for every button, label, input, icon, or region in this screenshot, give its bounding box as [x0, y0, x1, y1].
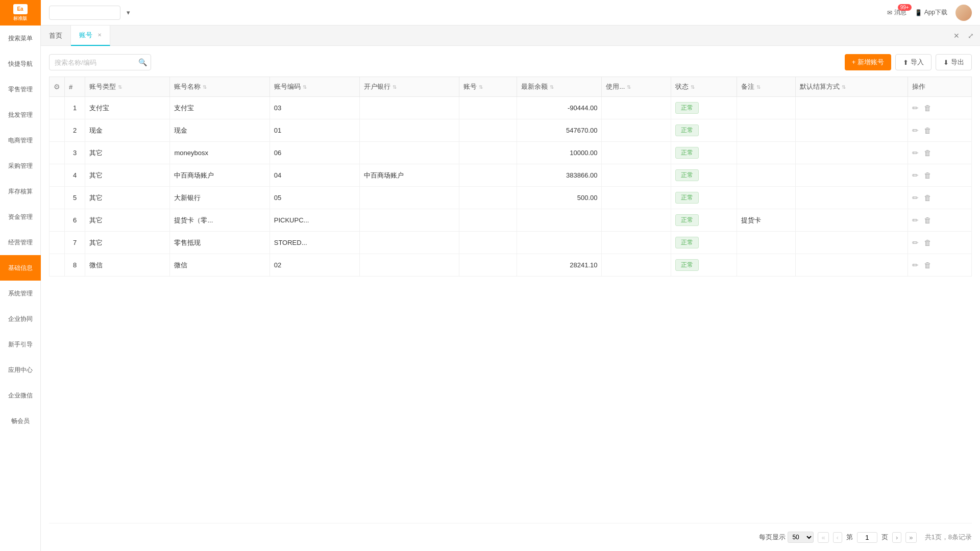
cell-settlement: [796, 164, 908, 187]
sidebar-item-enterprise-wechat[interactable]: 企业微信: [0, 383, 41, 408]
edit-btn[interactable]: ✏: [912, 126, 919, 135]
search-icon[interactable]: 🔍: [138, 58, 147, 66]
delete-btn[interactable]: 🗑: [924, 148, 932, 157]
app-download-button[interactable]: 📱 App下载: [915, 8, 947, 17]
cell-action: ✏ 🗑: [908, 187, 972, 209]
delete-btn[interactable]: 🗑: [924, 126, 932, 135]
sidebar-item-ecommerce-mgmt[interactable]: 电商管理: [0, 128, 41, 153]
header-dropdown-btn[interactable]: ▾: [125, 7, 132, 18]
th-action: 操作: [908, 77, 972, 97]
sidebar-item-wholesale-mgmt[interactable]: 批发管理: [0, 102, 41, 128]
import-button[interactable]: ⬆ 导入: [895, 54, 932, 70]
cell-status: 正常: [671, 232, 737, 254]
th-settlement[interactable]: 默认结算方式 ⇅: [796, 77, 908, 97]
cell-gear: [50, 232, 65, 254]
th-account[interactable]: 账号 ⇅: [459, 77, 517, 97]
edit-btn[interactable]: ✏: [912, 216, 919, 224]
delete-btn[interactable]: 🗑: [924, 193, 932, 202]
sidebar-item-label: 应用中心: [8, 366, 33, 374]
search-input[interactable]: [49, 54, 151, 70]
th-usage[interactable]: 使用... ⇅: [602, 77, 671, 97]
add-account-button[interactable]: + 新增账号: [845, 54, 891, 70]
th-usage-label: 使用...: [606, 82, 625, 91]
sidebar-item-search-menu[interactable]: 搜索菜单: [0, 26, 41, 51]
prev-page-btn[interactable]: ‹: [833, 532, 842, 543]
cell-gear: [50, 187, 65, 209]
table-row: 2 现金 现金 01 547670.00 正常 ✏ 🗑: [50, 119, 972, 142]
th-name[interactable]: 账号名称 ⇅: [170, 77, 270, 97]
cell-code: 06: [270, 142, 359, 164]
tab-account[interactable]: 账号 ✕: [71, 26, 110, 46]
sidebar-item-label: 搜索菜单: [8, 34, 33, 43]
sidebar-item-quick-nav[interactable]: 快捷导航: [0, 51, 41, 77]
delete-btn[interactable]: 🗑: [924, 104, 932, 112]
gear-icon[interactable]: ⚙: [54, 83, 60, 91]
sidebar-item-app-center[interactable]: 应用中心: [0, 357, 41, 383]
delete-btn[interactable]: 🗑: [924, 216, 932, 224]
edit-btn[interactable]: ✏: [912, 238, 919, 247]
cell-gear: [50, 142, 65, 164]
cell-account: [459, 209, 517, 232]
cell-code: 01: [270, 119, 359, 142]
tab-expand-btn[interactable]: ⤢: [966, 30, 976, 42]
sidebar-item-capital-mgmt[interactable]: 资金管理: [0, 204, 41, 230]
sidebar-item-purchase-mgmt[interactable]: 采购管理: [0, 153, 41, 179]
table-row: 4 其它 中百商场账户 04 中百商场账户 383866.00 正常 ✏ 🗑: [50, 164, 972, 187]
edit-btn[interactable]: ✏: [912, 104, 919, 112]
cell-type: 微信: [85, 254, 170, 277]
sidebar-item-member[interactable]: 畅会员: [0, 408, 41, 434]
sidebar-item-inventory-check[interactable]: 库存核算: [0, 179, 41, 204]
sidebar-item-retail-mgmt[interactable]: 零售管理: [0, 77, 41, 102]
delete-btn[interactable]: 🗑: [924, 238, 932, 247]
cell-account: [459, 97, 517, 119]
cell-code: STORED...: [270, 232, 359, 254]
tab-account-close[interactable]: ✕: [97, 32, 102, 38]
cell-usage: [602, 232, 671, 254]
app-logo: Ea 标准版: [0, 0, 41, 26]
first-page-btn[interactable]: «: [818, 532, 828, 543]
tab-close-btn[interactable]: ✕: [951, 30, 962, 42]
edit-btn[interactable]: ✏: [912, 148, 919, 157]
page-input[interactable]: [857, 532, 877, 543]
th-bank[interactable]: 开户银行 ⇅: [359, 77, 459, 97]
th-balance[interactable]: 最新余额 ⇅: [517, 77, 602, 97]
cell-balance: 10000.00: [517, 142, 602, 164]
cell-status: 正常: [671, 142, 737, 164]
edit-btn[interactable]: ✏: [912, 171, 919, 180]
cell-num: 8: [65, 254, 85, 277]
cell-note: [737, 142, 796, 164]
header-search-input[interactable]: [49, 6, 120, 20]
table-row: 8 微信 微信 02 28241.10 正常 ✏ 🗑: [50, 254, 972, 277]
sidebar-item-operations-mgmt[interactable]: 经营管理: [0, 230, 41, 255]
sidebar-item-system-mgmt[interactable]: 系统管理: [0, 281, 41, 306]
toolbar-left: 🔍: [49, 54, 151, 70]
cell-note: [737, 164, 796, 187]
th-note[interactable]: 备注 ⇅: [737, 77, 796, 97]
cell-note: [737, 187, 796, 209]
next-page-btn[interactable]: ›: [892, 532, 901, 543]
table-row: 6 其它 提货卡（零... PICKUPC... 正常 提货卡 ✏ 🗑: [50, 209, 972, 232]
last-page-btn[interactable]: »: [905, 532, 916, 543]
sidebar-item-label: 畅会员: [11, 417, 30, 425]
th-status[interactable]: 状态 ⇅: [671, 77, 737, 97]
sidebar-item-enterprise-agreement[interactable]: 企业协同: [0, 306, 41, 332]
edit-btn[interactable]: ✏: [912, 193, 919, 202]
delete-btn[interactable]: 🗑: [924, 171, 932, 180]
th-type[interactable]: 账号类型 ⇅: [85, 77, 170, 97]
user-avatar[interactable]: [955, 5, 972, 21]
export-button[interactable]: ⬇ 导出: [936, 54, 972, 70]
tab-home[interactable]: 首页: [41, 26, 71, 46]
th-gear[interactable]: ⚙: [50, 77, 65, 97]
header-right: ✉ 消息 99+ 📱 App下载: [887, 5, 972, 21]
th-code[interactable]: 账号编码 ⇅: [270, 77, 359, 97]
page-size-dropdown[interactable]: 50 20 100: [788, 532, 814, 543]
delete-btn[interactable]: 🗑: [924, 261, 932, 269]
cell-action: ✏ 🗑: [908, 232, 972, 254]
edit-btn[interactable]: ✏: [912, 261, 919, 269]
sidebar-item-new-guide[interactable]: 新手引导: [0, 332, 41, 357]
sidebar-item-basic-info[interactable]: 基础信息: [0, 255, 41, 281]
cell-settlement: [796, 97, 908, 119]
tab-controls: ✕ ⤢: [951, 30, 980, 42]
sidebar-item-label: 新手引导: [8, 340, 33, 349]
message-button[interactable]: ✉ 消息 99+: [887, 8, 906, 17]
